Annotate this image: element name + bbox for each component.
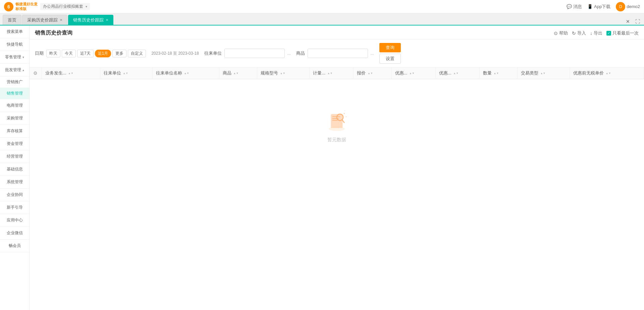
tab-bar: 首页 采购历史价跟踪 ✕ 销售历史价跟踪 ✕ ✕ ⛶ — [0, 13, 644, 25]
sort-icon-quote[interactable]: ▲▼ — [368, 72, 373, 75]
sort-icon-spec[interactable]: ▲▼ — [280, 72, 285, 75]
tab-home[interactable]: 首页 — [3, 15, 21, 25]
svg-rect-2 — [332, 116, 340, 117]
table-col-unit: 计量... ▲▼ — [310, 67, 354, 79]
sidebar-item-newbie-guide[interactable]: 新手引导 — [0, 201, 29, 214]
close-window-button[interactable]: ✕ — [625, 18, 631, 25]
date-btn-yesterday[interactable]: 昨天 — [46, 50, 60, 57]
sidebar-item-app-center[interactable]: 应用中心 — [0, 214, 29, 227]
page-header: 销售历史价查询 ⊙ 帮助 ↻ 导入 ↓ 导出 ✓ 只看最后一次 — [30, 25, 644, 40]
empty-text: 暂元数据 — [327, 137, 346, 143]
table-col-settings: ⚙ — [30, 67, 42, 79]
breadcrumb[interactable]: 办公用品行业模拟账套 ▾ — [40, 3, 90, 10]
sort-icon-discount2[interactable]: ▲▼ — [453, 72, 459, 75]
sidebar-item-member[interactable]: 畅会员 — [0, 240, 29, 252]
date-btn-last7[interactable]: 近7天 — [77, 50, 94, 57]
table-container: ⚙ 业务发生... ▲▼ 往来单位 ▲▼ 往来单位名称 ▲▼ — [30, 67, 644, 310]
avatar: D — [616, 2, 625, 11]
sort-icon-partner-name[interactable]: ▲▼ — [184, 72, 189, 75]
sidebar-item-enterprise-wechat[interactable]: 企业微信 — [0, 227, 29, 240]
partner-filter-dots: ... — [287, 51, 291, 56]
date-filter-label: 日期 — [35, 50, 44, 56]
table-settings-icon[interactable]: ⚙ — [33, 70, 38, 76]
table-col-product: 商品 ▲▼ — [219, 67, 257, 79]
logo-text: 畅捷通好生意 标准版 — [15, 2, 38, 11]
tab-sales-history[interactable]: 销售历史价跟踪 ✕ — [68, 15, 113, 25]
top-header: 6 畅捷通好生意 标准版 办公用品行业模拟账套 ▾ 💬 消息 📱 App下载 D… — [0, 0, 644, 13]
sort-icon-pretax-price[interactable]: ▲▼ — [606, 72, 611, 75]
export-icon: ↓ — [590, 31, 592, 36]
header-left: 6 畅捷通好生意 标准版 办公用品行业模拟账套 ▾ — [4, 2, 90, 11]
sort-icon-quantity[interactable]: ▲▼ — [494, 72, 499, 75]
partner-filter-row: 往来单位 ... — [204, 49, 291, 58]
svg-rect-4 — [332, 120, 337, 121]
empty-state: 暂元数据 — [30, 79, 644, 170]
table-col-partner-code: 往来单位 ▲▼ — [100, 67, 152, 79]
sort-icon-trade-type[interactable]: ▲▼ — [540, 72, 546, 75]
only-last-checkbox-label[interactable]: ✓ 只看最后一次 — [606, 30, 639, 36]
logo-area: 6 畅捷通好生意 标准版 — [4, 2, 38, 11]
date-btn-more[interactable]: 更多 — [112, 50, 126, 57]
partner-filter-input[interactable] — [224, 49, 285, 58]
table-col-partner-name: 往来单位名称 ▲▼ — [152, 67, 219, 79]
import-button[interactable]: ↻ 导入 — [572, 30, 586, 36]
date-buttons: 昨天 今天 近7天 近1月 更多 自定义 — [46, 50, 146, 57]
sort-icon-discount1[interactable]: ▲▼ — [409, 72, 415, 75]
export-button[interactable]: ↓ 导出 — [590, 30, 602, 36]
help-icon: ⊙ — [554, 31, 558, 36]
svg-rect-3 — [332, 118, 338, 119]
only-last-checkbox[interactable]: ✓ — [606, 31, 611, 36]
product-filter-dots: ... — [371, 51, 374, 56]
query-button[interactable]: 查询 — [379, 43, 401, 52]
sidebar-item-ecommerce-mgmt[interactable]: 电商管理 — [0, 99, 29, 112]
sort-icon-biz-date[interactable]: ▲▼ — [68, 72, 73, 75]
sidebar-item-wholesale-mgmt[interactable]: 批发管理 ▴ — [0, 64, 29, 76]
sidebar-item-system-mgmt[interactable]: 系统管理 — [0, 176, 29, 189]
sidebar-item-marketing-promo[interactable]: 营销推广 — [0, 76, 29, 88]
help-button[interactable]: ⊙ 帮助 — [554, 30, 568, 36]
sidebar-item-quick-nav[interactable]: 快捷导航 — [0, 38, 29, 51]
sort-icon-partner-code[interactable]: ▲▼ — [123, 72, 128, 75]
table-col-spec: 规格型号 ▲▼ — [257, 67, 310, 79]
date-btn-custom[interactable]: 自定义 — [128, 50, 146, 57]
table-col-discount2: 优惠... ▲▼ — [435, 67, 479, 79]
import-icon: ↻ — [572, 31, 576, 36]
partner-filter-label: 往来单位 — [204, 50, 222, 56]
sidebar-item-purchase-mgmt[interactable]: 采购管理 — [0, 112, 29, 125]
sort-icon-unit[interactable]: ▲▼ — [327, 72, 333, 75]
retail-mgmt-arrow-icon: ▾ — [22, 55, 24, 59]
app-download-button[interactable]: 📱 App下载 — [587, 4, 610, 10]
logo-icon: 6 — [4, 2, 13, 11]
window-actions: ✕ ⛶ — [625, 18, 641, 25]
sidebar-item-enterprise-coop[interactable]: 企业协同 — [0, 189, 29, 201]
sidebar-item-inventory-check[interactable]: 库存核算 — [0, 125, 29, 138]
sidebar-item-basic-info[interactable]: 基础信息 — [0, 163, 29, 176]
tab-purchase-history-close[interactable]: ✕ — [60, 18, 62, 22]
product-filter-input[interactable] — [308, 49, 368, 58]
filter-action-buttons: 查询 设置 — [379, 43, 401, 64]
tab-purchase-history[interactable]: 采购历史价跟踪 ✕ — [22, 15, 67, 25]
settings-button[interactable]: 设置 — [379, 54, 401, 64]
content-area: 销售历史价查询 ⊙ 帮助 ↻ 导入 ↓ 导出 ✓ 只看最后一次 — [30, 25, 644, 310]
sort-icon-product[interactable]: ▲▼ — [233, 72, 239, 75]
maximize-window-button[interactable]: ⛶ — [634, 18, 641, 25]
sidebar-item-sales-mgmt[interactable]: 销售管理 — [0, 88, 29, 99]
date-btn-last1m[interactable]: 近1月 — [95, 50, 111, 57]
svg-point-7 — [344, 113, 345, 114]
sidebar-item-finance-mgmt[interactable]: 资金管理 — [0, 138, 29, 150]
filter-area: 日期 昨天 今天 近7天 近1月 更多 自定义 2023-02-18 至 202… — [30, 40, 644, 67]
product-filter-row: 商品 ... — [296, 49, 374, 58]
sidebar: 搜索菜单 快捷导航 零售管理 ▾ 批发管理 ▴ 营销推广 销售管理 电商管理 采… — [0, 25, 30, 310]
date-btn-today[interactable]: 今天 — [62, 50, 76, 57]
main-layout: 搜索菜单 快捷导航 零售管理 ▾ 批发管理 ▴ 营销推广 销售管理 电商管理 采… — [0, 25, 644, 310]
tab-sales-history-close[interactable]: ✕ — [106, 18, 108, 22]
message-button[interactable]: 💬 消息 — [567, 4, 582, 10]
user-avatar-area[interactable]: D demo2 — [616, 2, 640, 11]
page-header-actions: ⊙ 帮助 ↻ 导入 ↓ 导出 ✓ 只看最后一次 — [554, 30, 639, 36]
svg-point-8 — [346, 116, 346, 117]
sidebar-item-retail-mgmt[interactable]: 零售管理 ▾ — [0, 51, 29, 64]
message-icon: 💬 — [567, 4, 572, 9]
sidebar-item-operations-mgmt[interactable]: 经营管理 — [0, 150, 29, 163]
sidebar-item-search-menu[interactable]: 搜索菜单 — [0, 25, 29, 38]
empty-illustration — [323, 106, 350, 133]
